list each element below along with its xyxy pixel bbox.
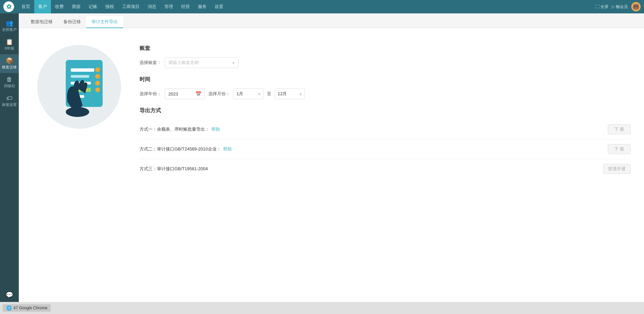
export-method-2: 方式二：审计接口GB/T24589-2010企业： 帮助 下 载 — [140, 139, 631, 159]
sidebar-item-recycle[interactable]: 🗑 回收站 — [0, 73, 19, 92]
form-area: 账套 选择账套： 请输入账套名称 ∨ 时间 选择年份： 2023 📅 选择月份：… — [140, 38, 631, 304]
to-text: 至 — [267, 91, 271, 97]
nav-service[interactable]: 服务 — [194, 0, 211, 13]
illustration-svg — [46, 50, 113, 124]
migration-icon: 📦 — [6, 58, 13, 64]
nav-fee[interactable]: 收费 — [51, 0, 68, 13]
chrome-icon: 🌐 — [6, 305, 12, 311]
nav-customer[interactable]: 客户 — [34, 0, 51, 13]
sidebar-item-chat[interactable]: 💬 — [0, 289, 19, 301]
fullscreen-button[interactable]: ⛶ 全屏 — [595, 4, 608, 10]
month-end-select[interactable]: 12月 ∨ — [275, 88, 305, 99]
nav-tax[interactable]: 报税 — [101, 0, 118, 13]
svg-point-6 — [95, 67, 100, 72]
app-logo[interactable]: ✿ — [3, 1, 14, 12]
nav-home[interactable]: 首页 — [17, 0, 34, 13]
method-2-text: 方式二：审计接口GB/T24589-2010企业： — [140, 146, 221, 152]
nav-invoice[interactable]: 票据 — [68, 0, 85, 13]
account-select-placeholder: 请输入账套名称 — [168, 60, 199, 66]
logo-icon: ✿ — [6, 3, 11, 10]
declaration-icon: 📋 — [6, 39, 13, 45]
account-form-row: 选择账套： 请输入账套名称 ∨ — [140, 57, 631, 68]
taskbar-chrome[interactable]: 🌐 47 Google Chrome — [3, 304, 51, 312]
sidebar-item-account-migration[interactable]: 📦 账套迁移 — [0, 54, 19, 73]
sidebar-item-all-customers[interactable]: 👥 全部客户 — [0, 17, 19, 36]
sidebar-item-zero-declaration[interactable]: 📋 0申报 — [0, 36, 19, 54]
export-method-3: 方式三：审计接口GB/T19581-2004 暂缓开通 — [140, 159, 631, 179]
avatar[interactable]: 🐻 — [631, 2, 641, 11]
page-area: 账套 选择账套： 请输入账套名称 ∨ 时间 选择年份： 2023 📅 选择月份：… — [19, 28, 644, 314]
method-2-help-link[interactable]: 帮助 — [223, 146, 232, 152]
nav-accounting[interactable]: 记账 — [85, 0, 101, 13]
nav-operation[interactable]: 经营 — [177, 0, 194, 13]
export-method-1: 方式一：余额表、序时账批量导出： 帮助 下 载 — [140, 120, 631, 139]
taskbar: 🌐 47 Google Chrome — [0, 302, 644, 314]
chat-icon: 💬 — [6, 292, 13, 298]
tab-data-migration[interactable]: 数据包迁移 — [25, 16, 58, 28]
play-icon: ▷ — [612, 4, 615, 9]
export-section-title: 导出方式 — [140, 107, 631, 114]
svg-point-7 — [95, 74, 100, 79]
tab-audit-export[interactable]: 审计文件导出 — [86, 16, 123, 28]
method-1-help-link[interactable]: 帮助 — [211, 126, 220, 132]
account-select-chevron: ∨ — [232, 61, 235, 65]
month-end-chevron: ∨ — [299, 92, 302, 96]
method-3-open-button[interactable]: 暂缓开通 — [603, 164, 631, 174]
nav-right: ⛶ 全屏 ▷ 畅会员 🐻 — [595, 2, 641, 11]
account-select-label: 选择账套： — [140, 60, 161, 66]
label-icon: 🏷 — [6, 95, 12, 101]
top-navigation: ✿ 首页 客户 收费 票据 记账 报税 工商项目 消息 管理 经营 服务 设置 … — [0, 0, 644, 13]
time-form-row: 选择年份： 2023 📅 选择月份： 1月 ∨ 至 12月 ∨ — [140, 88, 631, 99]
sidebar-item-label-settings[interactable]: 🏷 标签设置 — [0, 92, 19, 111]
main-content: 数据包迁移 备份迁移 审计文件导出 — [19, 13, 644, 314]
fullscreen-icon: ⛶ — [595, 4, 599, 9]
member-button[interactable]: ▷ 畅会员 — [612, 4, 628, 10]
nav-manage[interactable]: 管理 — [160, 0, 177, 13]
svg-point-8 — [95, 81, 100, 85]
svg-rect-1 — [71, 68, 94, 72]
year-label: 选择年份： — [140, 91, 161, 97]
illustration-area — [32, 38, 126, 304]
tab-backup-migration[interactable]: 备份迁移 — [58, 16, 86, 28]
nav-business[interactable]: 工商项目 — [118, 0, 144, 13]
svg-point-9 — [95, 87, 100, 92]
method-1-text: 方式一：余额表、序时账批量导出： — [140, 126, 209, 132]
nav-message[interactable]: 消息 — [144, 0, 160, 13]
method-1-download-button[interactable]: 下 载 — [608, 124, 631, 134]
recycle-icon: 🗑 — [6, 76, 12, 82]
nav-settings[interactable]: 设置 — [211, 0, 227, 13]
customers-icon: 👥 — [6, 20, 13, 26]
account-select[interactable]: 请输入账套名称 ∨ — [165, 57, 238, 68]
svg-rect-2 — [71, 75, 89, 78]
sub-tabs: 数据包迁移 备份迁移 审计文件导出 — [19, 13, 644, 28]
method-3-text: 方式三：审计接口GB/T19581-2004 — [140, 166, 208, 172]
sidebar: 👥 全部客户 📋 0申报 📦 账套迁移 🗑 回收站 🏷 标签设置 💬 ❓ — [0, 13, 19, 314]
month-label: 选择月份： — [208, 91, 230, 97]
nav-items: 首页 客户 收费 票据 记账 报税 工商项目 消息 管理 经营 服务 设置 — [17, 0, 595, 13]
month-start-chevron: ∨ — [258, 92, 261, 96]
calendar-icon: 📅 — [196, 91, 201, 97]
month-start-select[interactable]: 1月 ∨ — [233, 88, 264, 99]
year-input[interactable]: 2023 📅 — [165, 88, 205, 99]
account-section-title: 账套 — [140, 45, 631, 52]
method-2-download-button[interactable]: 下 载 — [608, 144, 631, 154]
time-section-title: 时间 — [140, 76, 631, 83]
illustration-circle — [37, 45, 121, 129]
